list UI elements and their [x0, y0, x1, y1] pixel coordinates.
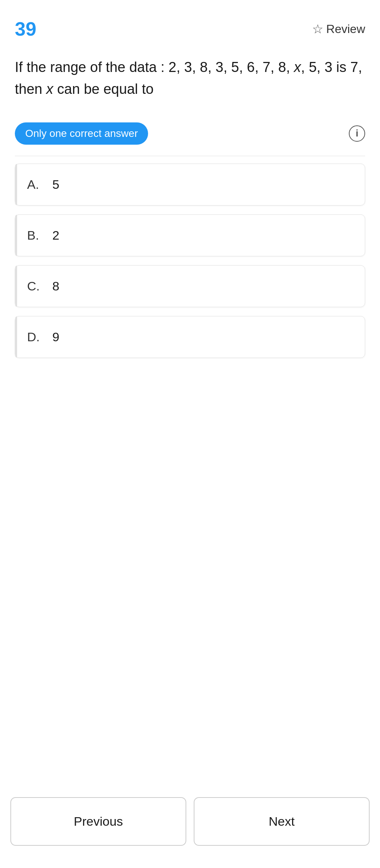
review-button[interactable]: ☆ Review: [312, 22, 365, 36]
star-icon: ☆: [312, 22, 323, 36]
bottom-nav: Previous Next: [0, 797, 380, 846]
question-text: If the range of the data : 2, 3, 8, 3, 5…: [0, 49, 380, 115]
option-d-label: D.: [27, 330, 42, 344]
answer-type-section: Only one correct answer i: [0, 115, 380, 156]
option-b[interactable]: B. 2: [15, 214, 365, 256]
question-number: 39: [15, 18, 36, 40]
options-section: A. 5 B. 2 C. 8 D. 9: [0, 156, 380, 365]
page-container: 39 ☆ Review If the range of the data : 2…: [0, 0, 380, 868]
header: 39 ☆ Review: [0, 0, 380, 49]
option-b-value: 2: [52, 228, 59, 243]
info-icon[interactable]: i: [349, 125, 365, 142]
next-button[interactable]: Next: [194, 797, 370, 846]
option-c-value: 8: [52, 279, 59, 293]
review-label: Review: [326, 22, 365, 36]
option-d-value: 9: [52, 330, 59, 344]
variable-x-1: x: [294, 59, 301, 75]
option-c-label: C.: [27, 279, 42, 293]
answer-type-badge: Only one correct answer: [15, 122, 148, 145]
option-b-label: B.: [27, 228, 42, 243]
option-a[interactable]: A. 5: [15, 164, 365, 206]
previous-button[interactable]: Previous: [10, 797, 186, 846]
option-d[interactable]: D. 9: [15, 316, 365, 358]
variable-x-2: x: [46, 81, 53, 97]
option-c[interactable]: C. 8: [15, 265, 365, 307]
option-a-value: 5: [52, 177, 59, 192]
option-a-label: A.: [27, 177, 42, 192]
